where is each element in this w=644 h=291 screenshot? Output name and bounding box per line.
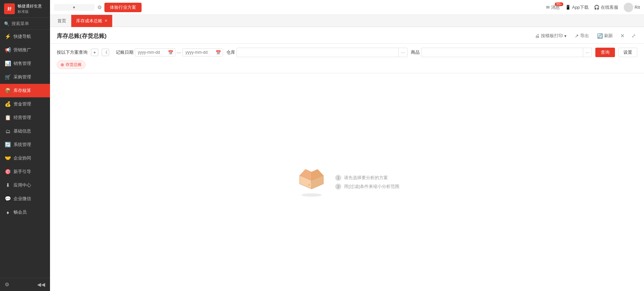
print-chevron-icon: ▾ <box>564 33 567 39</box>
expand-panel-btn[interactable]: ⤢ <box>630 32 637 40</box>
sidebar-item-purchase[interactable]: 🛒 采购管理 <box>0 70 50 84</box>
topbar-right: ✉ 消息 99+ 📱 App下载 🎧 在线客服 Rit <box>546 3 640 12</box>
sidebar-item-marketing[interactable]: 📢 营销推广 <box>0 43 50 57</box>
settings-footer-icon[interactable]: ⚙ <box>5 282 9 288</box>
warehouse-input[interactable]: ··· <box>237 48 407 57</box>
sidebar-item-label: 库存核算 <box>14 88 31 94</box>
refresh-label: 刷新 <box>604 33 613 39</box>
empty-tips: 1 请先选择要分析的方案 2 用[过滤]条件来缩小分析范围 <box>335 175 399 190</box>
quick-nav-icon: ⚡ <box>5 33 11 40</box>
sidebar-item-wechat[interactable]: 💬 企业微信 <box>0 192 50 205</box>
industry-btn[interactable]: 体验行业方案 <box>104 3 142 12</box>
page-header: 库存总账(存货总账) 🖨 按模板打印 ▾ ↗ 导出 🔄 刷新 ✕ ⤢ <box>50 27 644 44</box>
online-service-btn[interactable]: 🎧 在线客服 <box>594 4 618 10</box>
empty-tip-2: 2 用[过滤]条件来缩小分析范围 <box>335 184 399 190</box>
logo-name: 畅捷通好生意 <box>18 4 42 9</box>
empty-tip-1: 1 请先选择要分析的方案 <box>335 175 399 181</box>
empty-state: ✦ ? 1 请先选择要分析的方案 2 用[过滤]条件来缩小分析范围 <box>50 73 644 291</box>
sidebar-item-system[interactable]: 🔄 系统管理 <box>0 138 50 151</box>
refresh-icon: 🔄 <box>597 33 603 39</box>
tip-num-1: 1 <box>335 175 341 181</box>
sidebar-item-member[interactable]: ♦ 畅会员 <box>0 205 50 219</box>
tab-home[interactable]: 首页 <box>53 15 71 27</box>
chevron-down-icon: ▾ <box>73 5 75 10</box>
sidebar-item-funds[interactable]: 💰 资金管理 <box>0 97 50 111</box>
app-download-btn[interactable]: 📱 App下载 <box>565 4 589 10</box>
refresh-btn[interactable]: 🔄 刷新 <box>595 32 615 40</box>
warehouse-label: 仓库 <box>226 49 235 55</box>
date-start-input[interactable] <box>135 48 175 56</box>
filter-collapse-btn[interactable]: 《 <box>102 49 109 56</box>
sidebar-footer: ⚙ ◀◀ <box>0 278 50 291</box>
purchase-icon: 🛒 <box>5 74 11 80</box>
svg-point-0 <box>301 193 322 197</box>
warehouse-input-group: 仓库 ··· <box>226 48 407 57</box>
product-text-input[interactable] <box>421 50 592 55</box>
sidebar-logo: 好 畅捷通好生意 标准版 <box>0 0 50 18</box>
logo-icon: 好 <box>4 3 15 14</box>
topbar: ▾ ⚙ 体验行业方案 ✉ 消息 99+ 📱 App下载 🎧 在线客服 Rit <box>50 0 644 15</box>
online-service-label: 在线客服 <box>601 4 618 10</box>
sidebar-item-cooperation[interactable]: 🤝 企业协同 <box>0 151 50 165</box>
inventory-icon: 📦 <box>5 88 11 94</box>
sidebar-item-sales[interactable]: 📊 销售管理 <box>0 57 50 70</box>
sidebar-item-quick-nav[interactable]: ⚡ 快捷导航 <box>0 30 50 43</box>
export-btn[interactable]: ↗ 导出 <box>573 32 591 40</box>
product-input-group: 商品 ··· <box>411 48 592 57</box>
close-panel-btn[interactable]: ✕ <box>619 32 626 40</box>
print-label: 按模板打印 <box>541 33 563 39</box>
page-title: 库存总账(存货总账) <box>57 32 106 40</box>
filter-row: 按以下方案查询 + 《 记账日期 📅 — 📅 <box>57 48 637 57</box>
sidebar-item-operations[interactable]: 📋 经营管理 <box>0 111 50 124</box>
settings-button[interactable]: 设置 <box>618 48 637 57</box>
audio-footer-icon[interactable]: ◀◀ <box>37 282 45 288</box>
print-btn[interactable]: 🖨 按模板打印 ▾ <box>533 32 569 40</box>
system-icon: 🔄 <box>5 142 11 148</box>
user-avatar[interactable]: Rit <box>624 3 640 12</box>
export-label: 导出 <box>580 33 589 39</box>
sidebar-search[interactable]: 🔍 搜索菜单 <box>0 18 50 30</box>
member-icon: ♦ <box>5 210 11 215</box>
product-more-btn[interactable]: ··· <box>583 48 592 57</box>
dash: — <box>177 50 181 55</box>
filter-add-btn[interactable]: + <box>91 49 98 56</box>
date-end-input[interactable] <box>182 48 223 56</box>
export-icon: ↗ <box>575 33 579 39</box>
date-label: 记账日期 <box>116 49 133 55</box>
wechat-icon: 💬 <box>5 196 11 202</box>
tip-text-1: 请先选择要分析的方案 <box>344 175 388 181</box>
breadcrumb-text <box>58 5 72 10</box>
sidebar-item-app-center[interactable]: ⬇ 应用中心 <box>0 178 50 192</box>
topbar-settings-icon[interactable]: ⚙ <box>97 4 102 10</box>
tab-close-icon[interactable]: ✕ <box>104 19 107 23</box>
product-input[interactable]: ··· <box>421 48 592 57</box>
logo-sub: 标准版 <box>18 9 42 14</box>
sidebar-item-basic[interactable]: 🗂 基础信息 <box>0 124 50 138</box>
marketing-icon: 📢 <box>5 47 11 53</box>
tab-home-label: 首页 <box>57 18 66 24</box>
tab-inventory-label: 库存成本总账 <box>76 18 102 24</box>
sidebar-item-label: 营销推广 <box>14 47 31 53</box>
sidebar-item-inventory[interactable]: 📦 库存核算 <box>0 84 50 97</box>
sales-icon: 📊 <box>5 60 11 67</box>
sidebar-item-label: 应用中心 <box>14 182 31 188</box>
warehouse-text-input[interactable] <box>237 50 407 55</box>
basic-icon: 🗂 <box>5 128 11 134</box>
main-area: ▾ ⚙ 体验行业方案 ✉ 消息 99+ 📱 App下载 🎧 在线客服 Rit <box>50 0 644 291</box>
tip-num-2: 2 <box>335 184 341 190</box>
sidebar-item-label: 快捷导航 <box>14 33 31 40</box>
messages-badge: 99+ <box>555 2 563 6</box>
breadcrumb[interactable]: ▾ <box>54 4 95 11</box>
tab-inventory-ledger[interactable]: 库存成本总账 ✕ <box>71 15 113 27</box>
messages-btn[interactable]: ✉ 消息 99+ <box>546 4 560 10</box>
sidebar-item-guide[interactable]: 🎯 新手引导 <box>0 165 50 178</box>
scheme-item[interactable]: ⊕ 存货总账 <box>57 60 85 69</box>
scheme-icon: ⊕ <box>60 62 64 67</box>
empty-inner: ✦ ? 1 请先选择要分析的方案 2 用[过滤]条件来缩小分析范围 <box>295 165 399 199</box>
tip-text-2: 用[过滤]条件来缩小分析范围 <box>344 184 399 190</box>
search-button[interactable]: 查询 <box>595 48 615 57</box>
filter-scheme-area: ⊕ 存货总账 <box>57 60 637 69</box>
app-download-label: App下载 <box>572 4 589 10</box>
sidebar-item-label: 资金管理 <box>14 101 31 107</box>
warehouse-more-btn[interactable]: ··· <box>398 48 407 57</box>
